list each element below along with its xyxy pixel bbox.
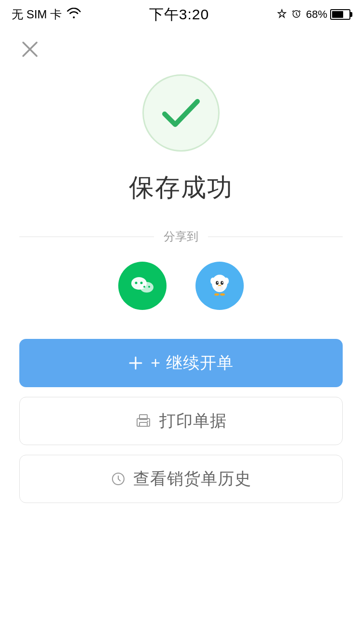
share-label: 分享到: [154, 229, 208, 244]
history-label: 查看销货单历史: [133, 468, 251, 490]
status-time: 下午3:20: [149, 5, 209, 25]
svg-point-8: [148, 286, 150, 288]
carrier-text: 无 SIM 卡: [12, 7, 62, 22]
svg-point-16: [216, 286, 223, 292]
svg-point-17: [210, 278, 215, 284]
status-left: 无 SIM 卡: [12, 7, 81, 22]
action-buttons: + 继续开单 打印单据 查看销货单历史: [19, 339, 343, 503]
wifi-icon: [67, 8, 81, 21]
svg-point-14: [222, 282, 223, 283]
success-icon-circle: [142, 74, 220, 152]
share-icons-container: [118, 262, 244, 310]
divider-line-left: [19, 237, 154, 237]
continue-label: + 继续开单: [151, 352, 233, 374]
svg-point-12: [221, 281, 223, 285]
battery-icon: [330, 9, 350, 20]
battery-fill: [332, 11, 343, 18]
svg-point-11: [216, 281, 219, 285]
print-label: 打印单据: [159, 410, 227, 432]
success-title: 保存成功: [129, 171, 233, 205]
battery-percentage: 68%: [306, 8, 327, 21]
battery-container: 68%: [306, 8, 350, 21]
status-bar: 无 SIM 卡 下午3:20 68%: [0, 0, 362, 29]
history-icon: [111, 472, 125, 486]
close-button-container: [19, 29, 343, 74]
qq-share-button[interactable]: [195, 262, 244, 310]
print-icon: [135, 414, 152, 428]
checkmark-icon: [162, 98, 200, 128]
svg-point-6: [140, 282, 143, 284]
svg-point-7: [143, 286, 145, 288]
continue-button[interactable]: + 继续开单: [19, 339, 343, 387]
wechat-share-button[interactable]: [118, 262, 167, 310]
main-content: 保存成功 分享到: [0, 29, 362, 503]
plus-icon: [128, 356, 143, 370]
share-divider: 分享到: [19, 229, 343, 244]
svg-point-5: [135, 282, 138, 284]
history-button[interactable]: 查看销货单历史: [19, 455, 343, 503]
svg-point-13: [217, 282, 218, 283]
status-right: 68%: [277, 8, 350, 21]
svg-point-20: [220, 294, 225, 296]
print-button[interactable]: 打印单据: [19, 397, 343, 445]
svg-point-18: [224, 278, 229, 284]
alarm-icon: [292, 9, 301, 20]
divider-line-right: [208, 237, 343, 237]
svg-rect-25: [139, 422, 147, 426]
close-button[interactable]: [19, 39, 41, 60]
location-icon: [277, 9, 287, 20]
wechat-icon: [128, 274, 156, 298]
svg-point-19: [214, 294, 219, 296]
qq-icon: [206, 271, 234, 300]
svg-point-26: [147, 421, 149, 422]
